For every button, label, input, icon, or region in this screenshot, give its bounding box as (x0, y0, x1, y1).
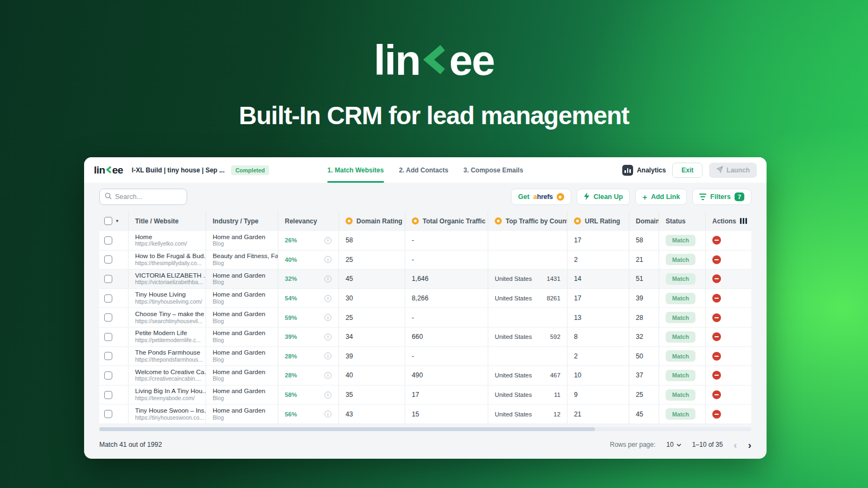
site-url[interactable]: https://petitemodernlife.c... (135, 337, 201, 344)
info-icon[interactable]: i (324, 333, 331, 341)
column-header-top-traffic-by-country[interactable]: Top Traffic by Country (488, 211, 567, 231)
row-checkbox[interactable] (104, 410, 112, 418)
site-url[interactable]: https://teenyabode.com/ (135, 395, 195, 402)
match-status-chip[interactable]: Match (666, 254, 695, 265)
domain-rating-2-value: 51 (636, 275, 643, 282)
remove-row-button[interactable] (712, 352, 721, 361)
match-status-chip[interactable]: Match (666, 331, 695, 343)
site-title: Petite Modern Life (135, 329, 187, 337)
site-url[interactable]: https://creativecaincabin.... (135, 376, 201, 383)
row-checkbox[interactable] (104, 236, 112, 245)
domain-rating-2-value: 50 (636, 352, 643, 360)
url-rating-value: 2 (574, 352, 578, 360)
remove-row-button[interactable] (712, 390, 721, 399)
top-country-name: United States (495, 411, 532, 418)
remove-row-button[interactable] (712, 332, 721, 341)
industry-type: Blog (213, 279, 224, 286)
organic-traffic-value: 15 (412, 410, 419, 418)
row-checkbox[interactable] (104, 333, 112, 341)
domain-rating-value: 39 (346, 352, 353, 360)
info-icon[interactable]: i (324, 410, 331, 418)
tab-compose-emails[interactable]: 3. Compose Emails (463, 157, 523, 183)
info-icon[interactable]: i (324, 237, 331, 244)
launch-button[interactable]: Launch (709, 163, 757, 178)
info-icon[interactable]: i (324, 256, 331, 263)
site-url[interactable]: https://searchtinyhousevil... (135, 318, 202, 325)
column-header-title-website[interactable]: Title / Website (129, 211, 206, 231)
columns-icon[interactable] (740, 218, 747, 224)
site-url[interactable]: https://tinyhouseswoon.co... (135, 415, 204, 422)
match-status-chip[interactable]: Match (666, 408, 695, 420)
remove-row-button[interactable] (712, 371, 721, 380)
domain-rating-value: 30 (346, 294, 353, 302)
column-header-status[interactable]: Status (659, 211, 706, 231)
search-input[interactable] (115, 193, 182, 201)
match-status-chip[interactable]: Match (666, 370, 695, 381)
rows-per-page-select[interactable]: 10 (666, 441, 681, 448)
analytics-button[interactable]: Analytics (622, 165, 666, 176)
row-checkbox[interactable] (104, 275, 112, 283)
match-status-chip[interactable]: Match (666, 350, 695, 362)
site-url[interactable]: https://thepondsfarmhous... (135, 357, 203, 364)
row-checkbox[interactable] (104, 255, 112, 264)
organic-traffic-value: - (412, 314, 414, 322)
match-status-chip[interactable]: Match (666, 389, 695, 401)
sort-caret-icon[interactable]: ▾ (116, 219, 118, 223)
match-status-chip[interactable]: Match (666, 235, 695, 246)
remove-row-button[interactable] (712, 410, 721, 419)
row-checkbox[interactable] (104, 371, 112, 380)
ahrefs-metric-icon (412, 217, 419, 224)
clean-up-button[interactable]: Clean Up (577, 189, 630, 205)
remove-row-button[interactable] (712, 274, 721, 283)
horizontal-scrollbar[interactable] (99, 427, 751, 431)
select-all-checkbox[interactable] (104, 217, 112, 225)
site-title: Welcome to Creative Ca... (135, 368, 206, 376)
industry-type: Blog (213, 395, 224, 402)
remove-row-button[interactable] (712, 255, 721, 264)
remove-row-button[interactable] (712, 236, 721, 245)
match-status-chip[interactable]: Match (666, 273, 695, 285)
row-checkbox[interactable] (104, 391, 112, 399)
table-row: Tiny House Swoon – Ins... https://tinyho… (99, 404, 751, 424)
scrollbar-thumb[interactable] (99, 427, 595, 431)
domain-rating-value: 25 (346, 256, 353, 264)
row-checkbox[interactable] (104, 313, 112, 322)
info-icon[interactable]: i (324, 275, 331, 282)
column-header-industry-type[interactable]: Industry / Type (206, 211, 278, 231)
remove-row-button[interactable] (712, 294, 721, 303)
column-header-domain-rating-2[interactable]: Domain Ra (629, 211, 659, 231)
site-url[interactable]: https://kellyelko.com/ (135, 241, 187, 248)
remove-row-button[interactable] (712, 313, 721, 322)
filters-button[interactable]: Filters 7 (692, 189, 751, 205)
info-icon[interactable]: i (324, 372, 331, 379)
next-page-button[interactable]: › (748, 440, 751, 450)
previous-page-button[interactable]: ‹ (733, 440, 737, 450)
column-header-actions[interactable]: Actions (706, 211, 751, 231)
column-header-domain-rating[interactable]: Domain Rating (339, 211, 405, 231)
row-checkbox[interactable] (104, 294, 112, 303)
site-url[interactable]: https://thesimplifydaily.co... (135, 260, 201, 267)
organic-traffic-value: 1,646 (412, 275, 429, 282)
get-ahrefs-button[interactable]: Get ahrefs (511, 189, 571, 205)
match-status-chip[interactable]: Match (666, 293, 695, 304)
relevancy-value: 40% (285, 256, 297, 263)
site-url[interactable]: https://tinyhouseliving.com/ (135, 299, 202, 306)
domain-rating-value: 25 (346, 314, 353, 322)
info-icon[interactable]: i (324, 295, 331, 302)
industry-type: Blog (213, 415, 224, 422)
column-header-total-organic-traffic[interactable]: Total Organic Traffic (405, 211, 488, 231)
row-checkbox[interactable] (104, 352, 112, 360)
match-status-chip[interactable]: Match (666, 312, 695, 323)
exit-button[interactable]: Exit (672, 163, 703, 178)
column-header-relevancy[interactable]: Relevancy (278, 211, 339, 231)
site-url[interactable]: https://victoriaelizabethba... (135, 279, 203, 286)
tab-add-contacts[interactable]: 2. Add Contacts (399, 157, 448, 183)
add-link-button[interactable]: + Add Link (635, 189, 687, 205)
info-icon[interactable]: i (324, 352, 331, 359)
tab-match-websites[interactable]: 1. Match Websites (328, 157, 384, 183)
info-icon[interactable]: i (324, 314, 331, 321)
search-icon (105, 192, 112, 202)
domain-rating-value: 43 (346, 410, 353, 418)
column-header-url-rating[interactable]: URL Rating (567, 211, 629, 231)
info-icon[interactable]: i (324, 391, 331, 399)
